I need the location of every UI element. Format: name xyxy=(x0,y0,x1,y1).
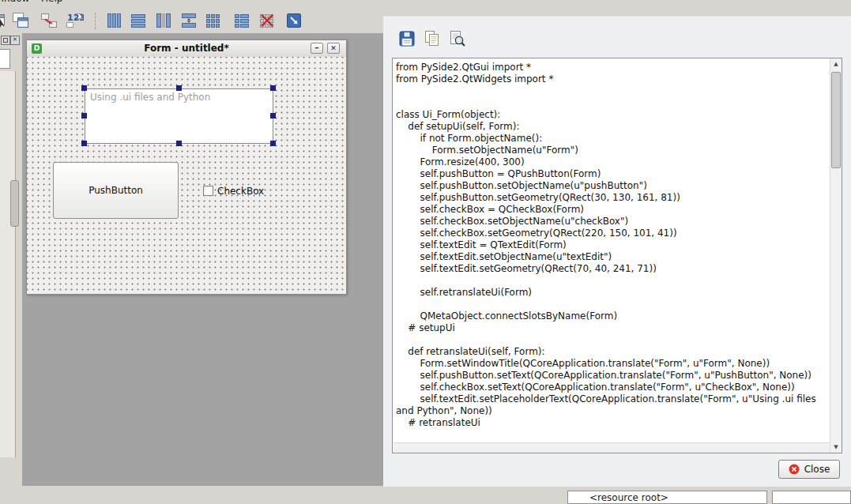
layout-vertical-button[interactable] xyxy=(129,11,148,30)
form-window-title: Form - untitled* xyxy=(27,43,346,54)
horizontal-scrollbar[interactable] xyxy=(393,442,830,453)
scrollbar-thumb[interactable] xyxy=(831,72,841,168)
close-button-label: Close xyxy=(804,464,830,475)
selection-handle-top-center[interactable] xyxy=(176,85,182,91)
widgetbox-panel-fragment xyxy=(0,71,16,457)
code-line: if not Form.objectName(): xyxy=(396,133,828,145)
code-line: self.textEdit = QTextEdit(Form) xyxy=(396,239,828,251)
close-icon: ✕ xyxy=(13,36,17,43)
copy-icon xyxy=(423,29,442,48)
find-button[interactable] xyxy=(448,29,467,48)
copy-button[interactable] xyxy=(423,29,442,48)
close-circle-icon xyxy=(789,464,800,475)
code-line xyxy=(396,275,828,287)
edit-signals-slots-button[interactable] xyxy=(40,11,58,30)
selection-handle-top-right[interactable] xyxy=(270,85,276,91)
widgetbox-scrollbar-thumb[interactable] xyxy=(10,180,19,227)
edit-widgets-icon xyxy=(0,11,8,30)
layout-vertical-splitter-button[interactable] xyxy=(179,11,198,30)
minimize-button[interactable]: – xyxy=(311,43,323,54)
selection-handle-top-left[interactable] xyxy=(81,85,87,91)
code-line xyxy=(396,85,828,97)
close-button[interactable]: ✕ xyxy=(327,43,340,54)
code-line: class Ui_Form(object): xyxy=(396,109,828,121)
save-button[interactable] xyxy=(397,29,416,48)
code-line: self.pushButton.setObjectName(u"pushButt… xyxy=(396,180,828,192)
checkbox-widget[interactable]: CheckBox xyxy=(203,175,283,207)
code-line: QMetaObject.connectSlotsByName(Form) xyxy=(396,310,828,322)
selection-handle-bottom-right[interactable] xyxy=(270,141,276,146)
adjust-size-button[interactable] xyxy=(284,11,303,30)
checkbox-indicator[interactable] xyxy=(203,186,213,196)
code-viewer: from PySide2.QtGui import *from PySide2.… xyxy=(392,58,842,453)
textedit-placeholder: Using .ui files and Python xyxy=(85,89,273,105)
selection-handle-mid-left[interactable] xyxy=(81,113,87,118)
break-layout-button[interactable] xyxy=(258,11,277,30)
toolbar-separator xyxy=(95,13,96,29)
close-dialog-button[interactable]: Close xyxy=(778,460,840,479)
new-form-icon xyxy=(11,11,30,30)
code-line: self.textEdit.setGeometry(QRect(70, 40, … xyxy=(396,263,828,275)
layout-horizontal-splitter-button[interactable] xyxy=(154,11,173,30)
code-line: self.pushButton.setGeometry(QRect(30, 13… xyxy=(396,192,828,204)
code-line xyxy=(396,97,828,109)
widgetbox-filter-fragment[interactable] xyxy=(0,49,10,69)
vertical-scrollbar[interactable]: ▲ ▼ xyxy=(830,58,842,453)
code-line xyxy=(396,334,828,346)
svg-text:123: 123 xyxy=(67,13,84,23)
qt-designer-window: Window Help xyxy=(0,0,851,504)
adjust-size-icon xyxy=(284,11,303,30)
layout-vertical-splitter-icon xyxy=(179,11,198,30)
code-line: from PySide2.QtWidgets import * xyxy=(396,73,828,85)
selection-handle-mid-right[interactable] xyxy=(270,113,276,118)
form-editor-window: D Form - untitled* – ✕ Using .ui files a… xyxy=(26,39,347,295)
menu-help[interactable]: Help xyxy=(41,0,62,4)
code-line: self.checkBox.setText(QCoreApplication.t… xyxy=(396,382,828,393)
code-line: self.pushButton = QPushButton(Form) xyxy=(396,168,828,180)
edit-widgets-button[interactable] xyxy=(0,11,8,30)
layout-form-button[interactable] xyxy=(232,11,251,30)
scroll-up-icon[interactable]: ▲ xyxy=(830,58,842,70)
code-line: self.retranslateUi(Form) xyxy=(396,287,828,299)
code-preview-dialog: from PySide2.QtGui import *from PySide2.… xyxy=(383,16,851,487)
break-layout-icon xyxy=(258,11,277,30)
pushbutton-widget[interactable]: PushButton xyxy=(53,162,179,219)
code-line: def setupUi(self, Form): xyxy=(396,121,828,133)
code-line: self.checkBox = QCheckBox(Form) xyxy=(396,204,828,216)
mdi-area: D Form - untitled* – ✕ Using .ui files a… xyxy=(22,33,383,486)
layout-grid-button[interactable] xyxy=(204,11,223,30)
form-canvas[interactable]: Using .ui files and Python PushButton Ch… xyxy=(27,57,346,294)
layout-grid-icon xyxy=(204,11,223,30)
code-line: # retranslateUi xyxy=(396,417,828,429)
selection-handle-bottom-center[interactable] xyxy=(176,141,182,146)
textedit-widget[interactable]: Using .ui files and Python xyxy=(85,88,273,144)
code-editor[interactable]: from PySide2.QtGui import *from PySide2.… xyxy=(393,59,830,442)
form-window-titlebar[interactable]: D Form - untitled* – ✕ xyxy=(27,40,346,58)
code-line xyxy=(396,299,828,310)
layout-horizontal-splitter-icon xyxy=(154,11,173,30)
code-line: self.textEdit.setPlaceholderText(QCoreAp… xyxy=(396,393,828,417)
layout-horizontal-button[interactable] xyxy=(104,11,123,30)
code-line: # setupUi xyxy=(396,322,828,334)
menubar: Window Help xyxy=(0,0,851,5)
new-form-button[interactable] xyxy=(11,11,30,30)
tab-order-icon: 123 xyxy=(65,11,84,30)
code-line: from PySide2.QtGui import * xyxy=(396,62,828,73)
signal-slot-icon xyxy=(40,11,58,30)
menu-window[interactable]: Window xyxy=(0,0,29,4)
resource-root-item[interactable]: <resource root> xyxy=(567,491,767,504)
code-line: self.checkBox.setGeometry(QRect(220, 150… xyxy=(396,228,828,239)
dock-float-button[interactable] xyxy=(1,36,10,45)
layout-horizontal-icon xyxy=(104,11,123,30)
layout-vertical-icon xyxy=(129,11,148,30)
code-line: def retranslateUi(self, Form): xyxy=(396,346,828,358)
code-line: self.textEdit.setObjectName(u"textEdit") xyxy=(396,251,828,263)
code-line: self.checkBox.setObjectName(u"checkBox") xyxy=(396,216,828,228)
selection-handle-bottom-left[interactable] xyxy=(81,141,87,146)
dock-close-button[interactable]: ✕ xyxy=(10,36,20,45)
save-icon xyxy=(397,29,416,48)
scroll-down-icon[interactable]: ▼ xyxy=(830,442,842,453)
edit-tab-order-button[interactable]: 123 xyxy=(65,11,84,30)
layout-form-icon xyxy=(232,11,251,30)
code-line: Form.resize(400, 300) xyxy=(396,156,828,168)
